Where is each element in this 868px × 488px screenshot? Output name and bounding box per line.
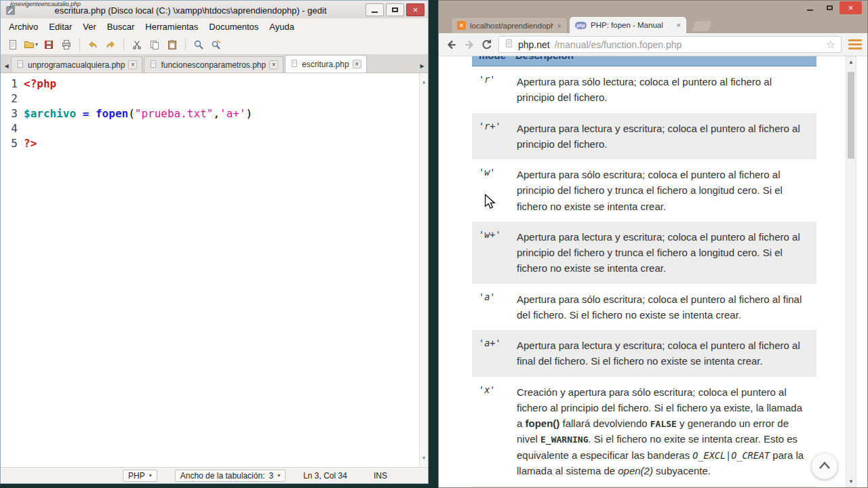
scroll-to-top-button[interactable] bbox=[812, 453, 837, 479]
scrollbar-thumb[interactable] bbox=[848, 72, 854, 159]
find-icon[interactable] bbox=[191, 37, 207, 53]
menu-herramientas[interactable]: Herramientas bbox=[140, 20, 203, 34]
editor-tabs: unprogramacualquiera.php×funcionesconpar… bbox=[11, 55, 418, 73]
page-icon bbox=[505, 39, 513, 50]
language-selector[interactable]: PHP ▾ bbox=[123, 470, 157, 482]
header-mode: mode bbox=[479, 56, 506, 61]
code-line: 5?> bbox=[1, 136, 428, 151]
minimize-icon bbox=[807, 9, 813, 11]
maximize-button[interactable] bbox=[820, 1, 840, 14]
file-icon bbox=[149, 60, 157, 70]
paste-icon[interactable] bbox=[164, 37, 180, 53]
chevron-down-icon[interactable]: ▾ bbox=[35, 41, 38, 47]
scroll-up-icon[interactable]: ▲ bbox=[846, 59, 856, 65]
text-segment: Apertura para lectura y escritura; coloc… bbox=[517, 231, 800, 274]
menu-ver[interactable]: Ver bbox=[77, 20, 102, 34]
code-line: 4 bbox=[1, 121, 428, 136]
open-file-icon[interactable]: ▾ bbox=[22, 37, 39, 53]
code-token: ?> bbox=[24, 137, 37, 150]
scroll-down-icon[interactable]: ▼ bbox=[422, 451, 425, 466]
save-icon[interactable] bbox=[41, 37, 57, 53]
mode-cell: 'x+' bbox=[472, 486, 507, 487]
mode-cell: 'a+' bbox=[472, 330, 507, 377]
find-replace-icon[interactable] bbox=[208, 37, 224, 53]
tab-close-icon[interactable]: × bbox=[557, 22, 561, 30]
gedit-window: josevigenteencautalio.php escritura.php … bbox=[0, 0, 429, 484]
table-row: 'r'Apertura para sólo lectura; coloca el… bbox=[472, 66, 816, 113]
close-button[interactable]: × bbox=[840, 1, 862, 14]
minimize-button[interactable] bbox=[800, 1, 820, 14]
editor-tab[interactable]: funcionesconparametros.php× bbox=[144, 56, 283, 73]
back-icon[interactable] bbox=[444, 37, 459, 52]
scroll-up-icon[interactable]: ▲ bbox=[422, 75, 425, 89]
tab-label: funcionesconparametros.php bbox=[161, 60, 266, 70]
gedit-tabbar: ◀ unprogramacualquiera.php×funcionesconp… bbox=[1, 55, 428, 73]
redo-icon[interactable] bbox=[102, 37, 119, 53]
url-host: php.net bbox=[518, 39, 550, 50]
tab-close-icon[interactable]: × bbox=[128, 60, 137, 69]
text-segment: Apertura para sólo escritura; coloca el … bbox=[517, 293, 802, 321]
mouse-cursor bbox=[484, 194, 496, 213]
window-controls: × bbox=[800, 1, 862, 14]
editor-tab[interactable]: escritura.php× bbox=[285, 55, 366, 73]
table-row: 'w+'Apertura para lectura y escritura; c… bbox=[472, 222, 816, 284]
gedit-titlebar[interactable]: josevigenteencautalio.php escritura.php … bbox=[1, 1, 428, 18]
menu-documentos[interactable]: Documentos bbox=[203, 20, 264, 34]
menu-buscar[interactable]: Buscar bbox=[102, 20, 140, 34]
cursor-position: Ln 3, Col 34 bbox=[303, 471, 347, 481]
tab-close-icon[interactable]: × bbox=[353, 60, 361, 68]
fopen-modes-table: mode Descripción 'r'Apertura para sólo l… bbox=[472, 56, 816, 487]
reload-icon[interactable] bbox=[479, 37, 494, 52]
tab-title: PHP: fopen - Manual bbox=[591, 21, 673, 29]
description-cell: Apertura para sólo lectura; coloca el pu… bbox=[507, 66, 816, 113]
tab-width-selector[interactable]: Ancho de la tabulación: 3 ▾ bbox=[175, 470, 285, 482]
code-token: , bbox=[213, 107, 220, 120]
bookmark-star-icon[interactable]: ☆ bbox=[826, 38, 835, 51]
cut-icon[interactable] bbox=[129, 37, 145, 53]
close-button[interactable]: × bbox=[406, 3, 425, 16]
toolbar-separator bbox=[123, 39, 124, 51]
header-description: Descripción bbox=[515, 56, 574, 61]
description-cell: Apertura para sólo escritura; coloca el … bbox=[507, 284, 816, 331]
new-document-icon[interactable] bbox=[5, 37, 21, 53]
text-segment: fopen() bbox=[526, 418, 560, 429]
copy-icon[interactable] bbox=[146, 37, 163, 53]
editor-tab[interactable]: unprogramacualquiera.php× bbox=[11, 56, 142, 73]
browser-titlebar[interactable]: × bbox=[439, 1, 867, 16]
code-token: fopen bbox=[96, 107, 128, 120]
browser-tab[interactable]: Xlocalhost/aprendiendophp× bbox=[451, 17, 568, 33]
code-editor[interactable]: 1<?php23$archivo = fopen("prueba.txt",'a… bbox=[1, 73, 428, 467]
new-tab-button[interactable] bbox=[692, 21, 711, 31]
mode-cell: 'a' bbox=[472, 284, 507, 331]
undo-icon[interactable] bbox=[85, 37, 101, 53]
editor-scrollbar[interactable]: ▲ ▼ bbox=[419, 73, 428, 467]
browser-tab[interactable]: phpPHP: fopen - Manual× bbox=[570, 17, 686, 33]
menu-ayuda[interactable]: Ayuda bbox=[264, 20, 300, 34]
table-row: 'a+'Apertura para lectura y escritura; c… bbox=[472, 330, 816, 377]
page-scrollbar[interactable]: ▲ ▼ bbox=[846, 56, 856, 487]
mode-cell: 'r+' bbox=[472, 113, 507, 160]
line-number: 3 bbox=[1, 106, 24, 121]
table-header: mode Descripción bbox=[472, 56, 816, 66]
tab-scroll-right-icon[interactable]: ▶ bbox=[418, 59, 427, 73]
maximize-button[interactable] bbox=[386, 3, 404, 16]
scroll-down-icon[interactable]: ▼ bbox=[846, 479, 856, 485]
file-icon bbox=[16, 60, 24, 70]
line-number: 2 bbox=[1, 92, 24, 106]
menu-editar[interactable]: Editar bbox=[43, 20, 77, 34]
tab-close-icon[interactable]: × bbox=[677, 21, 681, 29]
address-bar[interactable]: php.net /manual/es/function.fopen.php ☆ bbox=[498, 36, 842, 53]
toolbar-separator bbox=[79, 39, 80, 51]
code-token bbox=[89, 107, 96, 120]
minimize-button[interactable] bbox=[366, 3, 384, 16]
print-icon[interactable] bbox=[58, 37, 75, 53]
line-number: 5 bbox=[1, 136, 24, 151]
menu-archivo[interactable]: Archivo bbox=[3, 20, 43, 34]
tab-close-icon[interactable]: × bbox=[269, 60, 278, 69]
forward-icon[interactable] bbox=[462, 37, 477, 52]
nav-buttons bbox=[444, 37, 494, 52]
tab-scroll-left-icon[interactable]: ◀ bbox=[2, 59, 11, 73]
code-text: $archivo = fopen("prueba.txt",'a+') bbox=[24, 106, 252, 121]
menu-hamburger-icon[interactable] bbox=[848, 39, 862, 49]
toolbar-separator bbox=[185, 39, 186, 51]
